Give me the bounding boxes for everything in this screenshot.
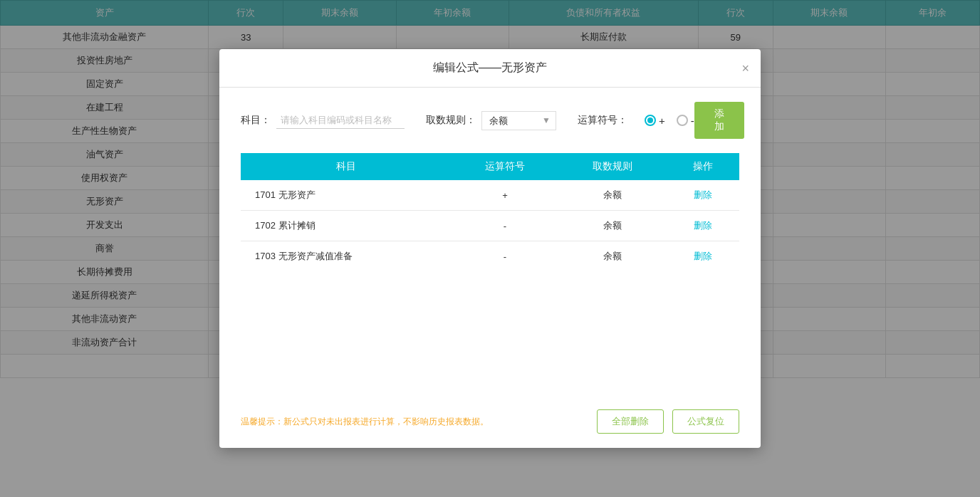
th-rule: 取数规则 (558, 153, 666, 180)
subject-label: 科目： (241, 114, 271, 127)
operator-label: 运算符号： (578, 114, 627, 127)
table-header-row: 科目 运算符号 取数规则 操作 (241, 153, 739, 180)
formula-table: 科目 运算符号 取数规则 操作 1701 无形资产+余额删除1702 累计摊销-… (241, 153, 739, 271)
modal-close-button[interactable]: × (741, 62, 749, 75)
operator-plus-label: + (659, 115, 665, 127)
cell-subject: 1703 无形资产减值准备 (241, 241, 452, 272)
cell-subject: 1702 累计摊销 (241, 211, 452, 241)
th-action: 操作 (666, 153, 739, 180)
modal-title: 编辑公式——无形资产 (433, 61, 547, 75)
th-operator: 运算符号 (452, 153, 559, 180)
delete-all-button[interactable]: 全部删除 (597, 409, 664, 434)
cell-operator: - (452, 241, 559, 272)
rule-section: 取数规则： 余额 借方 贷方 借方发生额 贷方发生额 ▼ (426, 111, 556, 130)
cell-action: 删除 (666, 180, 739, 211)
modal-footer: 温馨提示：新公式只对未出报表进行计算，不影响历史报表数据。 全部删除 公式复位 (219, 398, 761, 448)
rule-select[interactable]: 余额 借方 贷方 借方发生额 贷方发生额 (481, 111, 556, 130)
cell-operator: - (452, 211, 559, 241)
cell-rule: 余额 (558, 180, 666, 211)
form-row: 科目： 取数规则： 余额 借方 贷方 借方发生额 贷方发生额 ▼ (241, 102, 739, 139)
cell-action: 删除 (666, 211, 739, 241)
modal-overlay: 编辑公式——无形资产 × 科目： 取数规则： 余额 借方 贷方 借方发生额 (0, 0, 980, 497)
edit-formula-modal: 编辑公式——无形资产 × 科目： 取数规则： 余额 借方 贷方 借方发生额 (219, 49, 761, 448)
th-subject: 科目 (241, 153, 452, 180)
operator-minus-radio[interactable]: - (677, 115, 694, 127)
subject-input[interactable] (276, 112, 405, 129)
reset-formula-button[interactable]: 公式复位 (672, 409, 739, 434)
operator-section: 运算符号： + - (578, 114, 694, 127)
cell-rule: 余额 (558, 241, 666, 272)
footer-buttons: 全部删除 公式复位 (597, 409, 739, 434)
modal-header: 编辑公式——无形资产 × (219, 49, 761, 88)
radio-minus-circle (677, 115, 688, 126)
cell-rule: 余额 (558, 211, 666, 241)
tip-text: 温馨提示：新公式只对未出报表进行计算，不影响历史报表数据。 (241, 416, 489, 428)
table-row: 1703 无形资产减值准备-余额删除 (241, 241, 739, 272)
modal-body: 科目： 取数规则： 余额 借方 贷方 借方发生额 贷方发生额 ▼ (219, 88, 761, 398)
radio-plus-circle (645, 115, 656, 126)
rule-label: 取数规则： (426, 114, 476, 127)
add-button[interactable]: 添加 (694, 102, 744, 139)
cell-action: 删除 (666, 241, 739, 272)
delete-link[interactable]: 删除 (694, 220, 712, 231)
cell-operator: + (452, 180, 559, 211)
delete-link[interactable]: 删除 (694, 251, 712, 261)
rule-select-wrapper: 余额 借方 贷方 借方发生额 贷方发生额 ▼ (481, 111, 556, 130)
delete-link[interactable]: 删除 (694, 189, 712, 200)
cell-subject: 1701 无形资产 (241, 180, 452, 211)
operator-plus-radio[interactable]: + (645, 115, 665, 127)
table-row: 1701 无形资产+余额删除 (241, 180, 739, 211)
table-row: 1702 累计摊销-余额删除 (241, 211, 739, 241)
